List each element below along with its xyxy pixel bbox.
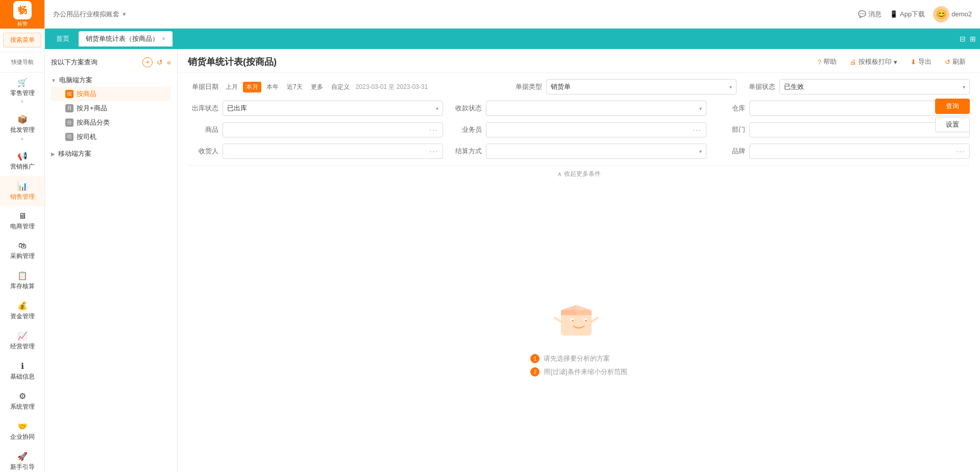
out-status-select[interactable]: 已出库 ▾ <box>223 101 443 116</box>
logo-icon: 畅 <box>13 1 32 19</box>
empty-svg <box>551 287 607 343</box>
tree-group-title-0[interactable]: ▼电脑端方案 <box>51 74 171 87</box>
help-button[interactable]: ? 帮助 <box>814 55 841 68</box>
tree-item-0-0[interactable]: 按按商品 <box>51 87 171 101</box>
tree-item-0-2[interactable]: 分按商品分类 <box>51 115 171 130</box>
tree-group-title-1[interactable]: ▶移动端方案 <box>51 147 171 160</box>
empty-illustration <box>548 285 609 346</box>
date-tab-4[interactable]: 更多 <box>308 82 326 92</box>
message-icon: 💬 <box>858 10 866 18</box>
tree-item-label-0-3: 按司机 <box>77 132 96 141</box>
step-1-text: 请先选择要分析的方案 <box>544 354 610 363</box>
print-button[interactable]: 🖨 按模板打印 ▾ <box>846 55 901 68</box>
print-dropdown-icon[interactable]: ▾ <box>894 58 897 66</box>
empty-state: 1 请先选择要分析的方案 2 用[过滤]条件来缩小分析范围 <box>178 188 980 472</box>
goods-select[interactable]: ··· <box>223 122 443 137</box>
export-button[interactable]: ⬇ 导出 <box>906 55 936 68</box>
window-maximize-icon[interactable]: ⊞ <box>970 35 976 43</box>
staff-inner: ··· <box>491 126 702 134</box>
receiver-label: 收货人 <box>188 147 218 156</box>
window-minimize-icon[interactable]: ⊟ <box>960 35 966 43</box>
filter-panel-title: 按以下方案查询 <box>51 58 97 67</box>
tab-home-label: 首页 <box>56 34 69 43</box>
out-status-arrow-icon: ▾ <box>436 106 438 111</box>
search-menu-area[interactable]: 搜索菜单 <box>0 29 44 52</box>
sidebar-menu-item-7[interactable]: 💰资金管理 <box>0 296 44 326</box>
receiver-dots-icon: ··· <box>429 147 438 155</box>
goods-form-item: 商品 ··· <box>188 122 443 137</box>
payment-inner: ▾ <box>491 149 702 154</box>
sidebar-menu-item-8[interactable]: 📈经营管理 <box>0 326 44 356</box>
type-form-item: 单据类型 销货单 ▾ <box>511 79 737 95</box>
refresh-button[interactable]: ↺ 刷新 <box>941 55 970 68</box>
empty-steps: 1 请先选择要分析的方案 2 用[过滤]条件来缩小分析范围 <box>530 354 627 376</box>
search-menu-button[interactable]: 搜索菜单 <box>3 33 41 48</box>
topbar-dropdown-icon[interactable]: ▾ <box>122 10 126 18</box>
topbar-actions: 💬 消息 📱 App下载 😊 demo2 <box>858 6 972 22</box>
tab-home[interactable]: 首页 <box>49 31 77 46</box>
tree-item-label-0-2: 按商品分类 <box>77 118 110 127</box>
sidebar-menu-item-5[interactable]: 🛍采购管理 <box>0 236 44 266</box>
out-status-inner: 已出库 ▾ <box>227 104 438 113</box>
tab-sales-stat[interactable]: 销货单统计表（按商品） × <box>79 31 173 46</box>
date-tab-2[interactable]: 本年 <box>263 82 282 92</box>
refresh-label: 刷新 <box>952 57 966 66</box>
collapse-filter-icon[interactable]: « <box>167 58 171 66</box>
sidebar-menu-item-3[interactable]: 📊销售管理 <box>0 176 44 206</box>
form-row-2: 出库状态 已出库 ▾ 收款状态 <box>188 101 970 116</box>
type-arrow-icon: ▾ <box>729 84 732 90</box>
payment-select[interactable]: ▾ <box>486 144 706 159</box>
add-filter-button[interactable]: + <box>142 57 153 67</box>
menu-label-5: 采购管理 <box>10 252 35 261</box>
tab-close-icon[interactable]: × <box>162 35 165 42</box>
sidebar-menu-item-9[interactable]: ℹ基础信息 <box>0 356 44 386</box>
sidebar-menu-item-6[interactable]: 📋库存核算 <box>0 266 44 296</box>
receiver-select[interactable]: ··· <box>223 144 443 159</box>
query-button[interactable]: 查询 <box>935 99 970 114</box>
avatar: 😊 <box>933 6 949 22</box>
tree-item-icon-0-3: 司 <box>65 133 74 141</box>
menu-icon-5: 🛍 <box>18 241 27 250</box>
sidebar-menu-item-11[interactable]: 🤝企业协同 <box>0 416 44 446</box>
sidebar-menu-item-10[interactable]: ⚙系统管理 <box>0 386 44 416</box>
type-select[interactable]: 销货单 ▾ <box>546 79 737 95</box>
message-button[interactable]: 💬 消息 <box>858 10 881 19</box>
tree-item-0-1[interactable]: 月按月+商品 <box>51 101 171 115</box>
brand-dots-icon: ··· <box>956 147 965 155</box>
brand-select[interactable]: ··· <box>749 144 970 159</box>
topbar-title-text: 办公用品行业模拟账套 <box>53 10 119 19</box>
help-label: 帮助 <box>823 57 837 66</box>
recv-status-select[interactable]: ▾ <box>486 101 706 116</box>
out-status-value: 已出库 <box>227 104 247 113</box>
dept-form-item: 部门 ▾ <box>715 122 970 137</box>
sidebar-menu-item-2[interactable]: 📢营销推广 <box>0 146 44 176</box>
status-select[interactable]: 已生效 ▾ <box>779 79 970 95</box>
date-tab-1[interactable]: 本月 <box>243 82 261 92</box>
date-tab-5[interactable]: 自定义 <box>328 82 353 92</box>
sidebar-menu-item-4[interactable]: 🖥电商管理 <box>0 206 44 236</box>
sidebar-menu-item-12[interactable]: 🚀新手引导 <box>0 446 44 472</box>
app-download-button[interactable]: 📱 App下载 <box>890 10 925 19</box>
date-tab-3[interactable]: 近7天 <box>284 82 306 92</box>
sidebar-menu-item-0[interactable]: 🛒零售管理▼ <box>0 73 44 109</box>
settings-button[interactable]: 设置 <box>935 117 970 132</box>
tree-item-icon-0-1: 月 <box>65 104 74 112</box>
menu-label-3: 销售管理 <box>10 193 35 201</box>
page-header: 销货单统计表(按商品) ? 帮助 🖨 按模板打印 ▾ ⬇ 导出 <box>178 49 980 73</box>
user-avatar-area[interactable]: 😊 demo2 <box>933 6 972 22</box>
refresh-filter-icon[interactable]: ↺ <box>157 58 163 66</box>
collapse-bar[interactable]: ∧ 收起更多条件 <box>188 165 970 182</box>
collapse-label: 收起更多条件 <box>564 170 601 178</box>
username-label: demo2 <box>951 10 972 18</box>
tree-item-0-3[interactable]: 司按司机 <box>51 130 171 144</box>
staff-select[interactable]: ··· <box>486 122 706 137</box>
date-tab-0[interactable]: 上月 <box>223 82 241 92</box>
quick-nav-item[interactable]: 快捷导航 <box>0 55 44 69</box>
menu-icon-7: 💰 <box>17 301 28 311</box>
filter-panel-icons: + ↺ « <box>142 57 171 67</box>
tree-item-label-0-1: 按月+商品 <box>77 104 107 113</box>
sidebar-menu-item-1[interactable]: 📦批发管理▲ <box>0 109 44 146</box>
step-num-2: 2 <box>530 367 540 376</box>
menu-label-9: 基础信息 <box>10 372 35 381</box>
menu-icon-10: ⚙ <box>19 391 26 401</box>
